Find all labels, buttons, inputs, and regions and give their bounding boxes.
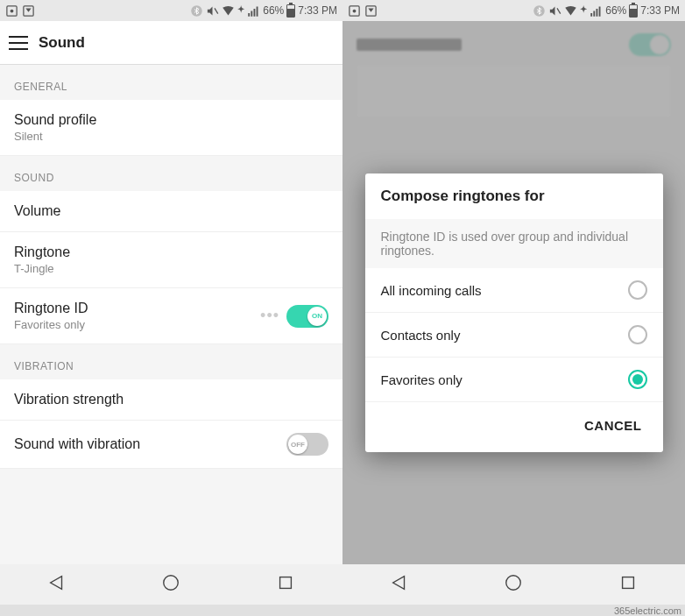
item-sub: Favorites only — [14, 318, 260, 331]
item-ringtone[interactable]: Ringtone T-Jingle — [0, 232, 342, 288]
svg-rect-9 — [257, 6, 258, 16]
radio-icon — [628, 280, 647, 300]
svg-marker-3 — [25, 8, 31, 11]
option-contacts-only[interactable]: Contacts only — [365, 313, 663, 358]
item-title: Ringtone — [14, 244, 328, 260]
item-sub: T-Jingle — [14, 262, 328, 275]
battery-pct: 66% — [263, 4, 284, 17]
battery-icon — [286, 4, 295, 18]
status-bar: ✦ 66% 7:33 PM — [0, 0, 342, 21]
ringtone-id-toggle[interactable]: ON — [286, 305, 328, 328]
svg-rect-21 — [597, 9, 598, 17]
bluetooth-icon — [533, 4, 546, 18]
nav-back-icon[interactable] — [47, 573, 67, 596]
section-general-header: GENERAL — [0, 65, 342, 100]
data-icon: ✦ — [237, 4, 244, 18]
svg-rect-25 — [622, 577, 633, 589]
option-label: All incoming calls — [381, 283, 482, 298]
watermark: 365electric.com — [614, 605, 681, 616]
svg-line-5 — [215, 8, 218, 13]
svg-marker-16 — [368, 8, 373, 11]
option-label: Contacts only — [381, 328, 461, 343]
menu-icon[interactable] — [9, 36, 28, 50]
dialog-title: Compose ringtones for — [365, 173, 663, 219]
compose-ringtones-dialog: Compose ringtones for Ringtone ID is use… — [365, 173, 663, 452]
data-icon: ✦ — [580, 4, 587, 18]
svg-rect-7 — [251, 11, 253, 16]
phone-right: ✦ 66% 7:33 PM Compose ringtones for Ring… — [342, 0, 685, 605]
svg-line-18 — [557, 8, 561, 13]
cancel-button[interactable]: CANCEL — [576, 411, 651, 440]
dialog-scrim[interactable]: Compose ringtones for Ringtone ID is use… — [342, 21, 685, 605]
svg-rect-20 — [594, 11, 596, 16]
svg-point-14 — [353, 9, 357, 12]
item-sound-profile[interactable]: Sound profile Silent — [0, 100, 342, 156]
nav-home-icon[interactable] — [161, 573, 180, 596]
notification-icon-1 — [5, 4, 18, 18]
phone-left: ✦ 66% 7:33 PM Sound GENERAL Sound profil… — [0, 0, 342, 605]
bluetooth-icon — [190, 4, 203, 18]
svg-point-1 — [11, 9, 14, 12]
item-sound-with-vibration[interactable]: Sound with vibration OFF — [0, 421, 342, 469]
status-bar: ✦ 66% 7:33 PM — [342, 0, 685, 21]
option-label: Favorites only — [381, 372, 463, 387]
wifi-icon — [564, 4, 577, 18]
sound-with-vibration-toggle[interactable]: OFF — [286, 433, 328, 456]
svg-point-24 — [506, 576, 521, 591]
wifi-icon — [222, 4, 235, 18]
status-time: 7:33 PM — [298, 4, 337, 17]
battery-icon — [629, 4, 638, 18]
option-favorites-only[interactable]: Favorites only — [365, 358, 663, 402]
radio-icon — [628, 370, 647, 389]
item-ringtone-id[interactable]: Ringtone ID Favorites only ••• ON — [0, 288, 342, 344]
svg-rect-19 — [591, 13, 593, 17]
toggle-knob: ON — [307, 307, 327, 326]
svg-rect-22 — [599, 6, 601, 16]
nav-home-icon[interactable] — [504, 573, 523, 596]
android-navbar — [342, 564, 685, 605]
notification-icon-2 — [22, 4, 35, 18]
signal-icon — [590, 4, 603, 18]
svg-marker-23 — [393, 577, 405, 590]
android-navbar — [0, 564, 342, 605]
mute-icon — [548, 4, 561, 18]
item-title: Sound profile — [14, 112, 328, 128]
svg-rect-6 — [249, 13, 251, 17]
svg-rect-8 — [254, 9, 256, 17]
item-title: Volume — [14, 203, 328, 219]
toggle-knob: OFF — [288, 435, 307, 454]
item-title: Sound with vibration — [14, 436, 286, 452]
item-title: Vibration strength — [14, 392, 328, 407]
dialog-actions: CANCEL — [365, 402, 663, 452]
notification-icon-2 — [364, 4, 378, 18]
more-icon[interactable]: ••• — [260, 307, 279, 325]
nav-recent-icon[interactable] — [276, 573, 295, 596]
item-volume[interactable]: Volume — [0, 191, 342, 232]
svg-rect-12 — [279, 577, 291, 589]
radio-icon — [628, 325, 647, 344]
item-vibration-strength[interactable]: Vibration strength — [0, 379, 342, 421]
mute-icon — [206, 4, 219, 18]
notification-icon-1 — [348, 4, 361, 18]
item-title: Ringtone ID — [14, 301, 260, 316]
app-header: Sound — [0, 21, 342, 65]
nav-recent-icon[interactable] — [618, 573, 638, 596]
section-vibration-header: VIBRATION — [0, 344, 342, 379]
svg-marker-10 — [51, 577, 62, 590]
page-title: Sound — [39, 34, 85, 52]
option-all-incoming-calls[interactable]: All incoming calls — [365, 268, 663, 313]
section-sound-header: SOUND — [0, 156, 342, 191]
signal-icon — [247, 4, 260, 18]
status-time: 7:33 PM — [640, 4, 680, 17]
svg-point-11 — [164, 576, 179, 591]
dialog-description: Ringtone ID is used over group and indiv… — [365, 219, 663, 268]
item-sub: Silent — [14, 130, 328, 143]
nav-back-icon[interactable] — [390, 573, 409, 596]
battery-pct: 66% — [605, 4, 626, 17]
